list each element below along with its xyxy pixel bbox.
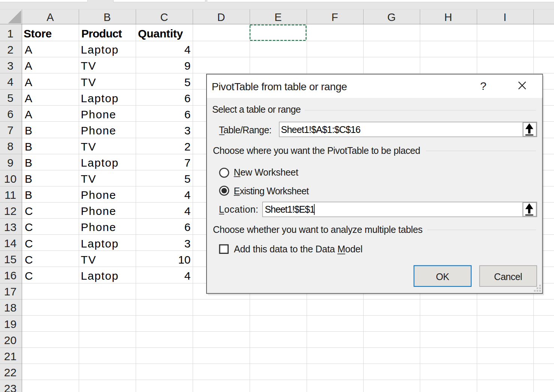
svg-text:4: 4 — [184, 205, 191, 217]
svg-text:4: 4 — [7, 76, 13, 88]
svg-text:C: C — [25, 205, 33, 217]
svg-text:Location:: Location: — [219, 204, 259, 215]
svg-text:22: 22 — [4, 366, 16, 379]
svg-text:4: 4 — [184, 189, 191, 201]
svg-text:A: A — [46, 11, 54, 23]
svg-text:A: A — [25, 108, 32, 121]
svg-text:12: 12 — [4, 205, 16, 217]
svg-text:2: 2 — [7, 43, 13, 56]
svg-text:6: 6 — [7, 108, 13, 120]
svg-text:3: 3 — [7, 60, 13, 72]
svg-text:TV: TV — [81, 140, 97, 153]
svg-text:C: C — [25, 253, 33, 266]
svg-text:H: H — [444, 11, 452, 23]
svg-text:OK: OK — [436, 271, 449, 282]
svg-text:A: A — [25, 60, 32, 72]
svg-text:Quantity: Quantity — [138, 27, 183, 40]
svg-text:D: D — [217, 11, 225, 23]
svg-text:7: 7 — [184, 157, 191, 169]
svg-text:7: 7 — [7, 124, 13, 136]
svg-text:21: 21 — [4, 350, 16, 362]
svg-text:11: 11 — [4, 189, 16, 201]
svg-text:13: 13 — [4, 221, 16, 233]
svg-text:Choose where you want the Pivo: Choose where you want the PivotTable to … — [213, 145, 420, 156]
svg-text:2: 2 — [184, 140, 191, 153]
svg-text:17: 17 — [4, 285, 16, 298]
svg-text:Phone: Phone — [81, 189, 117, 201]
svg-text:19: 19 — [4, 318, 16, 330]
svg-text:B: B — [25, 189, 32, 201]
svg-text:14: 14 — [4, 237, 16, 249]
svg-text:C: C — [25, 270, 33, 282]
svg-text:18: 18 — [4, 301, 16, 314]
svg-text:?: ? — [480, 80, 487, 92]
svg-text:Phone: Phone — [81, 221, 117, 233]
svg-text:20: 20 — [4, 334, 16, 346]
svg-text:A: A — [25, 76, 32, 88]
svg-text:Phone: Phone — [81, 205, 117, 217]
svg-text:8: 8 — [7, 140, 13, 152]
svg-text:6: 6 — [184, 108, 191, 121]
svg-text:Store: Store — [24, 27, 52, 40]
svg-text:A: A — [25, 43, 32, 56]
svg-text:Laptop: Laptop — [81, 157, 119, 169]
svg-text:15: 15 — [4, 253, 16, 265]
svg-text:3: 3 — [184, 237, 191, 250]
svg-text:4: 4 — [184, 270, 191, 282]
svg-text:6: 6 — [184, 221, 191, 233]
svg-text:B: B — [103, 11, 111, 23]
svg-text:A: A — [25, 92, 32, 104]
svg-text:10: 10 — [178, 253, 190, 266]
svg-text:I: I — [503, 11, 506, 23]
svg-text:Product: Product — [81, 27, 122, 40]
svg-text:B: B — [25, 124, 32, 137]
svg-text:Select a table or range: Select a table or range — [212, 104, 301, 115]
svg-text:B: B — [25, 157, 32, 169]
svg-text:TV: TV — [81, 253, 97, 266]
svg-text:1: 1 — [7, 27, 13, 40]
svg-text:PivotTable from table or range: PivotTable from table or range — [212, 81, 347, 92]
svg-text:16: 16 — [4, 269, 16, 282]
svg-text:5: 5 — [184, 76, 191, 88]
svg-text:4: 4 — [184, 43, 191, 56]
svg-text:Cancel: Cancel — [494, 271, 522, 282]
svg-text:9: 9 — [184, 60, 191, 72]
svg-text:Sheet1!$A$1:$C$16: Sheet1!$A$1:$C$16 — [281, 124, 361, 135]
svg-text:5: 5 — [7, 92, 13, 104]
svg-text:Add this data to the Data Mode: Add this data to the Data Model — [234, 244, 362, 254]
svg-text:6: 6 — [184, 92, 191, 104]
svg-text:B: B — [25, 140, 32, 153]
svg-text:TV: TV — [81, 173, 97, 185]
svg-text:E: E — [274, 11, 281, 23]
svg-text:B: B — [25, 173, 32, 185]
svg-text:9: 9 — [7, 157, 13, 169]
svg-text:23: 23 — [4, 382, 16, 392]
svg-text:C: C — [160, 11, 168, 23]
svg-text:10: 10 — [4, 173, 16, 185]
svg-text:Laptop: Laptop — [81, 270, 119, 282]
svg-text:Laptop: Laptop — [81, 237, 119, 250]
svg-text:5: 5 — [184, 173, 191, 185]
svg-text:Laptop: Laptop — [81, 43, 119, 56]
svg-text:Sheet1!$E$1: Sheet1!$E$1 — [265, 204, 315, 215]
svg-text:C: C — [25, 237, 33, 250]
svg-text:Phone: Phone — [81, 124, 117, 137]
svg-text:C: C — [25, 221, 33, 233]
svg-text:TV: TV — [81, 76, 97, 88]
svg-text:Table/Range:: Table/Range: — [219, 125, 271, 135]
svg-text:Laptop: Laptop — [81, 92, 119, 104]
svg-text:F: F — [331, 11, 338, 23]
svg-text:Existing Worksheet: Existing Worksheet — [234, 186, 309, 196]
svg-text:G: G — [387, 11, 396, 23]
svg-text:3: 3 — [184, 124, 191, 137]
svg-text:TV: TV — [81, 60, 97, 72]
svg-text:New Worksheet: New Worksheet — [234, 167, 298, 177]
svg-text:Choose whether you want to ana: Choose whether you want to analyze multi… — [213, 224, 422, 235]
svg-text:Phone: Phone — [81, 108, 117, 121]
